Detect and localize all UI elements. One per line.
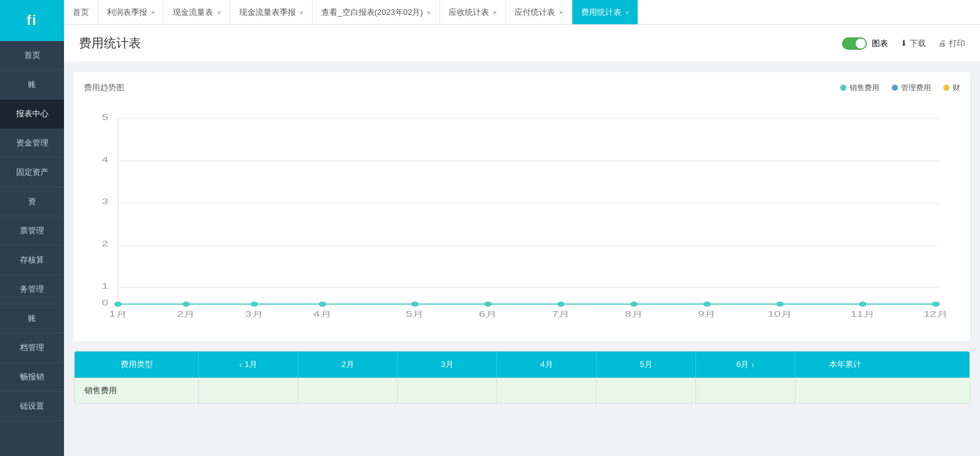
tab-cashflow-quarterly[interactable]: 现金流量表季报 × xyxy=(231,0,313,25)
chart-toggle-label: 图表 xyxy=(872,38,888,49)
svg-point-24 xyxy=(932,302,940,307)
row-sales-m2 xyxy=(298,378,398,403)
page-title: 费用统计表 xyxy=(79,35,141,52)
legend-label-admin: 管理费用 xyxy=(901,83,931,93)
sidebar-item-archives[interactable]: 档管理 xyxy=(0,333,64,363)
tab-payables[interactable]: 应付统计表 × xyxy=(506,0,572,25)
svg-text:5月: 5月 xyxy=(406,310,424,319)
svg-text:4月: 4月 xyxy=(313,310,331,319)
svg-text:3月: 3月 xyxy=(245,310,263,319)
col-header-2: 2月 xyxy=(298,351,398,378)
main-content: 首页 利润表季报 × 现金流量表 × 现金流量表季报 × 查看_空白报表(202… xyxy=(64,0,980,456)
page-header: 费用统计表 图表 ⬇ 下载 🖨 打印 xyxy=(64,25,980,62)
tab-close-cashflow-quarterly[interactable]: × xyxy=(300,9,303,16)
sidebar-item-assets[interactable]: 固定资产 xyxy=(0,158,64,187)
legend-label-sales: 销售费用 xyxy=(849,83,879,93)
row-sales-m1 xyxy=(199,378,298,403)
svg-text:10月: 10月 xyxy=(767,310,792,319)
tab-close-profit[interactable]: × xyxy=(151,9,155,16)
row-label-sales: 销售费用 xyxy=(75,378,199,403)
sidebar-item-reports[interactable]: 报表中心 xyxy=(0,100,64,129)
svg-point-18 xyxy=(484,302,492,307)
legend-sales: 销售费用 xyxy=(840,83,879,93)
col-header-1: ‹ 1月 xyxy=(199,351,298,378)
table-nav-next[interactable]: › xyxy=(751,360,754,370)
line-chart-svg: 5 4 3 2 1 0 xyxy=(84,101,960,331)
chart-section: 费用趋势图 销售费用 管理费用 财 xyxy=(74,72,970,341)
legend-dot-sales xyxy=(840,85,846,91)
sidebar-item-returns[interactable]: 畅报销 xyxy=(0,363,64,392)
svg-text:0: 0 xyxy=(102,299,109,307)
col-header-6: 6月 › xyxy=(696,351,795,378)
download-icon: ⬇ xyxy=(900,39,907,48)
sidebar-item-cash[interactable]: 资金管理 xyxy=(0,129,64,158)
tab-bar: 首页 利润表季报 × 现金流量表 × 现金流量表季报 × 查看_空白报表(202… xyxy=(64,0,980,25)
tab-cashflow[interactable]: 现金流量表 × xyxy=(164,0,230,25)
tab-expense[interactable]: 费用统计表 × xyxy=(572,0,638,25)
table-row-sales: 销售费用 xyxy=(75,378,969,403)
chart-toggle[interactable] xyxy=(842,37,867,50)
tab-profit[interactable]: 利润表季报 × xyxy=(98,0,164,25)
tab-home[interactable]: 首页 xyxy=(64,0,98,25)
sidebar-item-tickets[interactable]: 票管理 xyxy=(0,216,64,246)
print-button[interactable]: 🖨 打印 xyxy=(938,38,965,49)
legend-finance: 财 xyxy=(943,83,960,93)
tab-blank-report[interactable]: 查看_空白报表(2023年02月) × xyxy=(313,0,440,25)
page-body: 费用统计表 图表 ⬇ 下载 🖨 打印 费用趋势图 xyxy=(64,25,980,456)
svg-point-16 xyxy=(319,302,327,307)
tab-close-payables[interactable]: × xyxy=(559,9,562,16)
row-sales-m3 xyxy=(398,378,497,403)
svg-text:9月: 9月 xyxy=(698,310,716,319)
tab-close-cashflow[interactable]: × xyxy=(217,9,221,16)
table-nav-prev[interactable]: ‹ xyxy=(239,360,242,370)
chart-legend: 销售费用 管理费用 财 xyxy=(840,83,960,93)
svg-text:6月: 6月 xyxy=(479,310,497,319)
download-button[interactable]: ⬇ 下载 xyxy=(900,38,926,49)
chart-toggle-wrap: 图表 xyxy=(842,37,888,50)
tab-close-blank-report[interactable]: × xyxy=(427,9,431,16)
svg-point-14 xyxy=(182,302,190,307)
svg-point-23 xyxy=(859,302,867,307)
sidebar: fi 首页 账 报表中心 资金管理 固定资产 资 票管理 存核算 务管理 账 档… xyxy=(0,0,64,456)
row-sales-ytd xyxy=(795,378,895,403)
sidebar-item-settings[interactable]: 础设置 xyxy=(0,392,64,421)
svg-text:11月: 11月 xyxy=(850,310,875,319)
sidebar-item-salary[interactable]: 资 xyxy=(0,187,64,216)
svg-text:2月: 2月 xyxy=(177,310,195,319)
svg-text:7月: 7月 xyxy=(552,310,570,319)
legend-dot-finance xyxy=(943,85,950,91)
chart-header: 费用趋势图 销售费用 管理费用 财 xyxy=(84,82,960,93)
col-header-type: 费用类型 xyxy=(75,351,199,378)
tab-close-expense[interactable]: × xyxy=(625,9,629,16)
tab-close-receivables[interactable]: × xyxy=(493,9,497,16)
col-header-ytd: 本年累计 xyxy=(795,351,895,378)
chart-container: 5 4 3 2 1 0 xyxy=(84,101,960,331)
print-icon: 🖨 xyxy=(938,39,946,48)
col-header-3: 3月 xyxy=(398,351,497,378)
svg-point-21 xyxy=(703,302,711,307)
sidebar-item-services[interactable]: 务管理 xyxy=(0,275,64,304)
legend-admin: 管理费用 xyxy=(892,83,931,93)
svg-text:4: 4 xyxy=(102,156,109,164)
tab-receivables[interactable]: 应收统计表 × xyxy=(440,0,506,25)
svg-text:8月: 8月 xyxy=(625,310,643,319)
svg-text:1月: 1月 xyxy=(109,310,127,319)
sidebar-item-payables[interactable]: 账 xyxy=(0,304,64,333)
sidebar-item-inventory[interactable]: 存核算 xyxy=(0,246,64,275)
svg-text:2: 2 xyxy=(102,240,109,248)
chart-title: 费用趋势图 xyxy=(84,82,124,93)
svg-text:5: 5 xyxy=(102,113,109,121)
svg-point-13 xyxy=(114,302,122,307)
svg-point-17 xyxy=(411,302,419,307)
row-sales-m6 xyxy=(696,378,795,403)
svg-point-15 xyxy=(250,302,259,307)
svg-point-22 xyxy=(776,302,784,307)
svg-text:3: 3 xyxy=(102,198,109,206)
sidebar-item-home[interactable]: 首页 xyxy=(0,41,64,70)
legend-label-finance: 财 xyxy=(953,83,960,93)
row-sales-m4 xyxy=(497,378,597,403)
legend-dot-admin xyxy=(892,85,898,91)
sidebar-item-account[interactable]: 账 xyxy=(0,70,64,100)
col-header-5: 5月 xyxy=(597,351,696,378)
row-sales-m5 xyxy=(597,378,696,403)
